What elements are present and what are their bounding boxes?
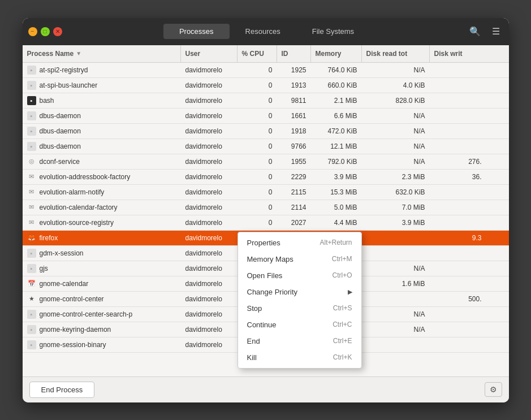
table-cell: [430, 63, 486, 77]
submenu-arrow-icon: ▶: [348, 288, 352, 296]
context-menu-item[interactable]: ContinueCtrl+C: [238, 317, 361, 333]
table-cell: 472.0 KiB: [311, 124, 362, 138]
table-cell: 2114: [277, 200, 311, 215]
table-row[interactable]: ✉evolution-addressbook-factorydavidmorel…: [23, 170, 509, 185]
main-window: − □ ✕ Processes Resources File Systems 🔍…: [23, 18, 509, 402]
table-cell: 5.0 MiB: [311, 200, 362, 215]
table-cell: N/A: [362, 109, 430, 123]
table-cell: davidmorelo: [181, 337, 238, 352]
col-id[interactable]: ID: [277, 45, 311, 62]
context-menu-item[interactable]: Change Priority▶: [238, 284, 361, 300]
process-icon: ✉: [27, 172, 36, 181]
table-cell: 0: [238, 139, 277, 154]
table-cell: N/A: [362, 63, 430, 77]
table-cell: davidmorelo: [181, 78, 238, 93]
context-menu-item[interactable]: Open FilesCtrl+O: [238, 267, 361, 284]
table-row[interactable]: ✉evolution-calendar-factorydavidmorelo02…: [23, 200, 509, 215]
table-cell: 0: [238, 154, 277, 169]
tab-filesystems[interactable]: File Systems: [296, 24, 370, 39]
table-cell: 764.0 KiB: [311, 63, 362, 77]
process-icon: ◎: [27, 157, 36, 166]
table-cell: 792.0 KiB: [311, 154, 362, 169]
minimize-button[interactable]: −: [28, 27, 37, 36]
table-row[interactable]: ▪at-spi-bus-launcherdavidmorelo01913660.…: [23, 78, 509, 93]
table-cell: davidmorelo: [181, 322, 238, 337]
table-row[interactable]: ▪dbus-daemondavidmorelo01918472.0 KiBN/A: [23, 124, 509, 139]
context-menu-item[interactable]: Memory MapsCtrl+M: [238, 251, 361, 267]
table-cell: 0: [238, 200, 277, 215]
table-cell: davidmorelo: [181, 139, 238, 154]
end-process-button[interactable]: End Process: [29, 382, 95, 398]
process-icon: 🦊: [27, 233, 36, 243]
process-icon: ▪: [27, 81, 36, 90]
table-cell: 1.6 MiB: [362, 276, 430, 291]
table-cell: 2.3 MiB: [362, 170, 430, 184]
table-cell: 1913: [277, 78, 311, 93]
table-row[interactable]: ✉evolution-source-registrydavidmorelo020…: [23, 215, 509, 231]
table-cell: 828.0 KiB: [362, 93, 430, 108]
table-cell: davidmorelo: [181, 276, 238, 291]
table-cell: 0: [238, 215, 277, 230]
context-menu-item[interactable]: EndCtrl+E: [238, 333, 361, 349]
table-cell: davidmorelo: [181, 200, 238, 215]
table-cell: 9766: [277, 139, 311, 154]
process-icon: ▪: [27, 264, 36, 273]
close-button[interactable]: ✕: [53, 27, 62, 36]
table-cell: davidmorelo: [181, 292, 238, 306]
table-cell: 12.1 MiB: [311, 139, 362, 154]
settings-button[interactable]: ⚙: [485, 382, 502, 397]
table-cell: davidmorelo: [181, 124, 238, 138]
col-memory[interactable]: Memory: [311, 45, 362, 62]
table-cell: [430, 139, 486, 154]
table-cell: [430, 261, 486, 276]
col-process-name[interactable]: Process Name ▼: [23, 45, 181, 62]
process-icon: ✉: [27, 188, 36, 197]
tab-resources[interactable]: Resources: [230, 24, 296, 39]
table-cell: N/A: [362, 124, 430, 138]
col-disk-read[interactable]: Disk read tot: [362, 45, 430, 62]
table-row[interactable]: ▪dbus-daemondavidmorelo0976612.1 MiBN/A: [23, 139, 509, 154]
menu-button[interactable]: ☰: [489, 24, 503, 39]
table-cell: davidmorelo: [181, 215, 238, 230]
context-menu-item[interactable]: KillCtrl+K: [238, 349, 361, 366]
table-cell: [430, 93, 486, 108]
maximize-button[interactable]: □: [41, 27, 50, 36]
table-row[interactable]: ▪at-spi2-registryddavidmorelo01925764.0 …: [23, 63, 509, 78]
col-cpu[interactable]: % CPU: [238, 45, 277, 62]
table-cell: 0: [238, 63, 277, 77]
process-icon: ▪: [27, 310, 36, 319]
table-row[interactable]: ▪bashdavidmorelo098112.1 MiB828.0 KiB: [23, 93, 509, 109]
table-cell: 3.9 MiB: [362, 215, 430, 230]
table-cell: 7.0 MiB: [362, 200, 430, 215]
search-button[interactable]: 🔍: [466, 24, 484, 39]
table-cell: [430, 246, 486, 261]
process-icon: ▪: [27, 249, 36, 258]
table-row[interactable]: ✉evolution-alarm-notifydavidmorelo021151…: [23, 185, 509, 200]
table-cell: 500.: [430, 292, 486, 306]
table-cell: 4.0 KiB: [362, 78, 430, 93]
process-icon: ▪: [27, 142, 36, 151]
process-icon: ▪: [27, 325, 36, 334]
table-cell: 2.1 MiB: [311, 93, 362, 108]
col-disk-write[interactable]: Disk writ: [430, 45, 486, 62]
table-cell: davidmorelo: [181, 63, 238, 77]
table-cell: 4.4 MiB: [311, 215, 362, 230]
table-cell: 1955: [277, 154, 311, 169]
window-controls: − □ ✕: [28, 27, 62, 36]
table-cell: 660.0 KiB: [311, 78, 362, 93]
context-menu: PropertiesAlt+ReturnMemory MapsCtrl+MOpe…: [238, 232, 362, 369]
table-row[interactable]: ▪dbus-daemondavidmorelo016616.6 MiBN/A: [23, 109, 509, 124]
table-container: Process Name ▼ User % CPU ID Memory Disk…: [23, 45, 509, 376]
table-cell: [430, 322, 486, 337]
table-cell: [430, 307, 486, 322]
tab-processes[interactable]: Processes: [163, 24, 230, 39]
context-menu-item[interactable]: PropertiesAlt+Return: [238, 235, 361, 251]
table-row[interactable]: ◎dconf-servicedavidmorelo01955792.0 KiBN…: [23, 154, 509, 170]
process-icon: ▪: [27, 111, 36, 120]
table-cell: N/A: [362, 261, 430, 276]
col-user[interactable]: User: [181, 45, 238, 62]
context-menu-item[interactable]: StopCtrl+S: [238, 300, 361, 317]
table-cell: [362, 292, 430, 306]
footer: End Process ⚙: [23, 376, 509, 402]
table-cell: 0: [238, 185, 277, 200]
